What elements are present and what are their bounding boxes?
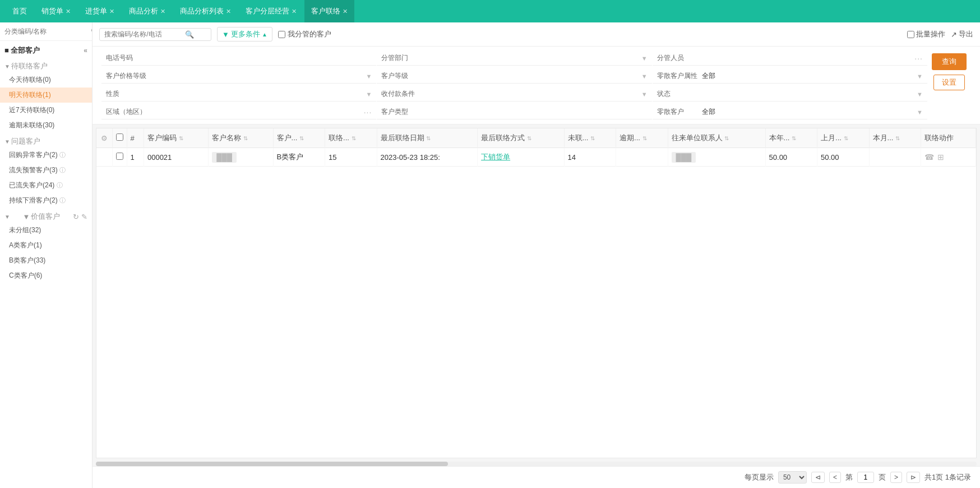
sidebar-item-overdue-contact[interactable]: 逾期未联络(30) — [0, 118, 92, 133]
settings-col-header[interactable]: ⚙ — [96, 128, 112, 148]
query-button[interactable]: 查询 — [932, 53, 967, 70]
section-problem-label: 问题客户 — [11, 136, 40, 146]
filter-phone-label: 电话号码 — [106, 53, 151, 63]
select-all-checkbox[interactable] — [116, 133, 123, 141]
more-conditions-btn[interactable]: ▼ 更多条件 ▲ — [217, 27, 272, 42]
sidebar-item-7day-contact[interactable]: 近7天待联络(0) — [0, 103, 92, 118]
my-customers-checkbox[interactable] — [278, 31, 285, 38]
batch-op-checkbox[interactable] — [907, 31, 914, 38]
horizontal-scrollbar[interactable] — [96, 462, 977, 466]
export-btn[interactable]: ↗ 导出 — [951, 29, 973, 39]
advanced-filter: 电话号码 分管部门 ▼ — [93, 47, 980, 125]
filter-status-select[interactable]: ▼ — [702, 91, 923, 98]
filter-region-select[interactable]: ··· — [151, 108, 372, 117]
next-page-btn[interactable]: > — [890, 472, 902, 483]
col-not-contacted[interactable]: 未联... ⇅ — [564, 128, 616, 148]
scrollbar-thumb[interactable] — [96, 462, 448, 466]
row-checkbox[interactable] — [116, 153, 123, 160]
filter-payment-select[interactable]: ▼ — [426, 91, 647, 98]
nav-contact-label: 客户联络 — [311, 6, 340, 16]
nav-purchase-close[interactable]: ✕ — [109, 8, 114, 15]
filter-customer-level-select[interactable]: ▼ — [426, 73, 647, 80]
filter-region: 区域（地区） ··· — [101, 105, 376, 119]
nav-purchase-order[interactable]: 进货单 ✕ — [78, 0, 121, 22]
edit-icon[interactable]: ✎ — [81, 213, 87, 221]
sidebar-item-a-customers[interactable]: A类客户(1) — [0, 238, 92, 253]
last-method-link[interactable]: 下销货单 — [481, 153, 510, 161]
section-problem-customer[interactable]: 问题客户 — [0, 133, 92, 148]
col-code[interactable]: 客户编码 ⇅ — [144, 128, 208, 148]
col-unit-contact[interactable]: 往来单位联系人 ⇅ — [668, 128, 765, 148]
col-contacts[interactable]: 联络... ⇅ — [325, 128, 377, 148]
filter-retail-customer-select[interactable]: 全部 ▼ — [702, 107, 923, 117]
dots-icon[interactable]: ··· — [914, 54, 923, 63]
sidebar-item-b-customers[interactable]: B类客户(33) — [0, 253, 92, 268]
filter-phone-input[interactable] — [151, 54, 372, 62]
customer-table: ⚙ # 客户编码 ⇅ 客户名称 ⇅ 客户... ⇅ 联络... ⇅ 最后联络日期… — [96, 128, 976, 167]
set-button[interactable]: 设置 — [933, 75, 965, 90]
page-size-select[interactable]: 10 20 50 100 — [778, 471, 807, 484]
row-settings — [96, 148, 112, 167]
dots-icon2[interactable]: ··· — [364, 108, 372, 117]
filter-price-level-select[interactable]: ▼ — [151, 73, 372, 80]
section-pending-contact[interactable]: 待联络客户 — [0, 58, 92, 72]
action-phone-icon[interactable]: ☎ — [924, 153, 934, 162]
nav-goods-analysis-list[interactable]: 商品分析列表 ✕ — [173, 0, 238, 22]
nav-goods-list-close[interactable]: ✕ — [226, 8, 231, 15]
filter-retail-attr-select[interactable]: 全部 ▼ — [702, 71, 923, 81]
all-customers-header[interactable]: ■ 全部客户 « — [0, 41, 92, 58]
sidebar-item-declining[interactable]: 持续下滑客户(2) ⓘ — [0, 193, 92, 208]
filter-dept-select[interactable]: ▼ — [426, 55, 647, 62]
sidebar-item-today-contact[interactable]: 今天待联络(0) — [0, 72, 92, 88]
nav-customer-tier[interactable]: 客户分层经营 ✕ — [239, 0, 303, 22]
filter-row-1: 电话号码 分管部门 ▼ — [101, 51, 927, 66]
filter-phone: 电话号码 — [101, 51, 376, 66]
checkbox-col-header — [112, 128, 127, 148]
col-this-month[interactable]: 本月... ⇅ — [869, 128, 921, 148]
batch-op-btn[interactable]: 批量操作 — [907, 29, 945, 39]
sidebar-search-input[interactable] — [4, 27, 89, 35]
action-grid-icon[interactable]: ⊞ — [937, 153, 944, 162]
nav-goods-close[interactable]: ✕ — [160, 8, 165, 15]
sidebar-item-tomorrow-contact[interactable]: 明天待联络(1) — [0, 88, 92, 103]
col-last-method[interactable]: 最后联络方式 ⇅ — [478, 128, 564, 148]
search-icon[interactable]: 🔍 — [185, 30, 194, 39]
col-overdue[interactable]: 逾期... ⇅ — [616, 128, 668, 148]
sidebar-item-unclassified[interactable]: 未分组(32) — [0, 223, 92, 238]
nav-sales-close[interactable]: ✕ — [66, 8, 71, 15]
refresh-icon[interactable]: ↻ — [73, 213, 79, 221]
chevron-down-icon2: ▼ — [366, 73, 372, 80]
col-last-date[interactable]: 最后联络日期 ⇅ — [377, 128, 478, 148]
filter-payment-label: 收付款条件 — [381, 89, 426, 99]
row-checkbox-cell — [112, 148, 127, 167]
col-last-month[interactable]: 上月... ⇅ — [817, 128, 869, 148]
sidebar-item-churn-warning[interactable]: 流失预警客户(3) ⓘ — [0, 163, 92, 178]
col-this-year[interactable]: 本年... ⇅ — [765, 128, 817, 148]
sidebar-item-repurchase-abnormal[interactable]: 回购异常客户(2) ⓘ — [0, 148, 92, 163]
nav-goods-analysis[interactable]: 商品分析 ✕ — [122, 0, 172, 22]
search-input[interactable] — [104, 30, 183, 38]
total-info: 共1页 1条记录 — [924, 472, 971, 482]
chevron-down-icon6: ▼ — [641, 91, 648, 98]
nav-customer-contact[interactable]: 客户联络 ✕ — [304, 0, 354, 22]
sidebar-item-churned[interactable]: 已流失客户(24) ⓘ — [0, 178, 92, 193]
filter-retail-customer-value: 全部 — [702, 107, 914, 117]
col-type[interactable]: 客户... ⇅ — [273, 128, 325, 148]
last-page-btn[interactable]: ⊳ — [907, 472, 920, 483]
filter-person-select[interactable]: ··· — [702, 54, 923, 63]
nav-contact-close[interactable]: ✕ — [343, 8, 348, 15]
row-type: B类客户 — [273, 148, 325, 167]
sidebar-item-c-customers[interactable]: C类客户(6) — [0, 268, 92, 283]
nav-tier-close[interactable]: ✕ — [292, 8, 297, 15]
first-page-btn[interactable]: ⊲ — [811, 472, 825, 483]
filter-nature-select[interactable]: ▼ — [151, 91, 372, 98]
nav-sales-order[interactable]: 销货单 ✕ — [35, 0, 77, 22]
sidebar-collapse-icon[interactable]: « — [84, 47, 87, 54]
section-value-customer[interactable]: ▼价值客户 ↻ ✎ — [0, 208, 92, 223]
page-number-input[interactable] — [857, 472, 874, 483]
nav-home[interactable]: 首页 — [6, 0, 34, 22]
prev-page-btn[interactable]: < — [829, 472, 841, 483]
my-customers-filter: 我分管的客户 — [278, 29, 331, 39]
row-last-date: 2023-05-23 18:25: — [377, 148, 478, 167]
col-name[interactable]: 客户名称 ⇅ — [209, 128, 273, 148]
